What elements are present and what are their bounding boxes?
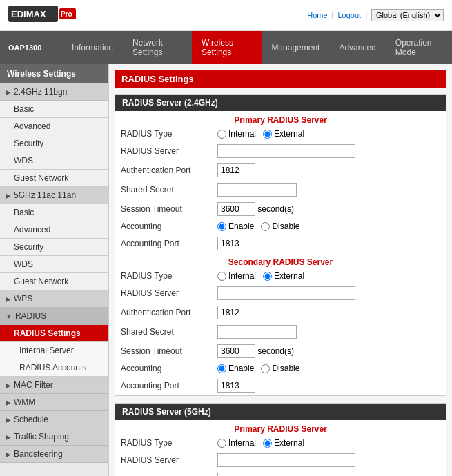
table-row: Session Timeout second(s): [115, 199, 446, 219]
sidebar-item-advanced-24[interactable]: Advanced: [0, 118, 108, 135]
radius-24ghz-section: RADIUS Server (2.4GHz) Primary RADIUS Se…: [115, 94, 446, 396]
radius-type-internal-radio[interactable]: [217, 130, 226, 139]
shared-secret-input-24s[interactable]: [217, 325, 297, 339]
sidebar-item-security-24[interactable]: Security: [0, 135, 108, 152]
home-link[interactable]: Home: [307, 11, 327, 19]
sidebar-item-radius-settings[interactable]: RADIUS Settings: [0, 325, 108, 342]
radius-type-external-s-radio[interactable]: [263, 272, 272, 281]
header-nav: Home | Logout | Global (English): [307, 9, 444, 21]
table-row: RADIUS Server: [115, 450, 446, 470]
accounting-enable-s-label[interactable]: Enable: [217, 364, 254, 373]
table-row: RADIUS Server: [115, 141, 446, 161]
auth-port-input-24p[interactable]: [217, 163, 255, 177]
accounting-enable-label[interactable]: Enable: [217, 221, 254, 231]
sidebar-group-traffic-shaping[interactable]: ▶ Traffic Shaping: [0, 428, 108, 446]
sidebar-item-wds-5[interactable]: WDS: [0, 256, 108, 273]
accounting-disable-radio[interactable]: [261, 222, 270, 231]
table-row: Shared Secret: [115, 322, 446, 341]
sidebar-item-basic-24[interactable]: Basic: [0, 101, 108, 118]
shared-secret-input-24p[interactable]: [217, 183, 297, 197]
table-row: Accounting Enable Disable: [115, 361, 446, 376]
logout-link[interactable]: Logout: [337, 11, 361, 19]
accounting-s-label: Accounting: [115, 361, 212, 376]
accounting-port-input-24s[interactable]: [217, 379, 255, 393]
primary-radius-title-5: Primary RADIUS Server: [115, 420, 446, 435]
session-timeout-suffix: second(s): [257, 204, 294, 214]
sidebar-item-basic-5[interactable]: Basic: [0, 204, 108, 221]
top-navigation: OAP1300 Information Network Settings Wir…: [0, 31, 452, 64]
radius-server-label: RADIUS Server: [115, 141, 212, 161]
radius-type-external-s-label[interactable]: External: [263, 271, 304, 281]
sidebar-group-bandsteering[interactable]: ▶ Bandsteering: [0, 446, 108, 463]
sidebar-item-internal-server[interactable]: Internal Server: [0, 342, 108, 359]
radius-type-internal-s-label[interactable]: Internal: [217, 271, 256, 281]
radius-type-internal-5-radio[interactable]: [217, 439, 226, 448]
sidebar-group-24ghz[interactable]: ▶ 2.4GHz 11bgn: [0, 83, 108, 101]
auth-port-input-24s[interactable]: [217, 306, 255, 319]
accounting-port-label: Accounting Port: [115, 234, 212, 253]
nav-advanced[interactable]: Advanced: [329, 36, 385, 59]
accounting-disable-label[interactable]: Disable: [261, 221, 299, 231]
radius-type-internal-5-label[interactable]: Internal: [217, 438, 256, 448]
table-row: Shared Secret: [115, 180, 446, 199]
radius-type-external-5-label[interactable]: External: [263, 438, 304, 448]
session-timeout-input-24s[interactable]: [217, 344, 255, 358]
sidebar-group-wps[interactable]: ▶ WPS: [0, 290, 108, 308]
radius-type-internal-label[interactable]: Internal: [217, 129, 256, 139]
shared-secret-s-label: Shared Secret: [115, 322, 212, 341]
table-row: RADIUS Type Internal External: [115, 435, 446, 450]
accounting-disable-s-label[interactable]: Disable: [261, 364, 299, 373]
radius-type-5-label: RADIUS Type: [115, 435, 212, 450]
sidebar-group-schedule[interactable]: ▶ Schedule: [0, 411, 108, 428]
sidebar-item-wds-24[interactable]: WDS: [0, 152, 108, 170]
radius-type-external-5-radio[interactable]: [263, 439, 272, 448]
sidebar-group-mac-filter[interactable]: ▶ MAC Filter: [0, 377, 108, 394]
radius-5ghz-section: RADIUS Server (5GHz) Primary RADIUS Serv…: [115, 403, 446, 476]
auth-port-5-label: Authentication Port: [115, 470, 212, 476]
sidebar-item-guest-24[interactable]: Guest Network: [0, 170, 108, 187]
radius-type-internal-s-radio[interactable]: [217, 272, 226, 281]
nav-network-settings[interactable]: Network Settings: [123, 31, 192, 64]
language-select[interactable]: Global (English): [371, 9, 444, 21]
device-id: OAP1300: [0, 43, 62, 52]
auth-port-s-label: Authentication Port: [115, 303, 212, 322]
primary-radius-table-24: RADIUS Type Internal External RADIUS Ser…: [115, 126, 446, 253]
sidebar-group-wmm[interactable]: ▶ WMM: [0, 394, 108, 411]
logo: EDIMAX Pro: [8, 6, 77, 25]
accounting-enable-radio[interactable]: [217, 222, 226, 231]
session-timeout-s-suffix: second(s): [257, 346, 294, 356]
session-timeout-s-label: Session Timeout: [115, 341, 212, 361]
radius-type-external-label[interactable]: External: [263, 129, 304, 139]
nav-wireless-settings[interactable]: Wireless Settings: [192, 31, 262, 64]
table-row: Authentication Port: [115, 161, 446, 180]
table-row: Session Timeout second(s): [115, 341, 446, 361]
table-row: Accounting Enable Disable: [115, 219, 446, 234]
nav-operation-mode[interactable]: Operation Mode: [386, 31, 452, 64]
table-row: RADIUS Server: [115, 284, 446, 303]
accounting-port-input-24p[interactable]: [217, 237, 255, 250]
radius-type-external-radio[interactable]: [263, 130, 272, 139]
radius-server-input-24s[interactable]: [217, 286, 355, 300]
auth-port-input-5p[interactable]: [217, 473, 255, 476]
nav-information[interactable]: Information: [62, 36, 123, 59]
svg-text:Pro: Pro: [61, 10, 72, 18]
accounting-disable-s-radio[interactable]: [261, 364, 270, 373]
sidebar-item-guest-5[interactable]: Guest Network: [0, 273, 108, 290]
session-timeout-input-24p[interactable]: [217, 202, 255, 216]
radius-24ghz-header: RADIUS Server (2.4GHz): [115, 95, 446, 111]
sidebar-item-radius-accounts[interactable]: RADIUS Accounts: [0, 359, 108, 377]
table-row: Accounting Port: [115, 376, 446, 395]
sidebar-group-5ghz[interactable]: ▶ 5GHz 11ac 11an: [0, 187, 108, 204]
accounting-port-s-label: Accounting Port: [115, 376, 212, 395]
table-row: Accounting Port: [115, 234, 446, 253]
table-row: RADIUS Type Internal External: [115, 126, 446, 141]
sidebar-group-radius[interactable]: ▼ RADIUS: [0, 308, 108, 325]
radius-type-label: RADIUS Type: [115, 126, 212, 141]
radius-type-label-s: RADIUS Type: [115, 268, 212, 284]
sidebar-item-security-5[interactable]: Security: [0, 239, 108, 256]
radius-server-input-24p[interactable]: [217, 144, 355, 158]
accounting-enable-s-radio[interactable]: [217, 364, 226, 373]
sidebar-item-advanced-5[interactable]: Advanced: [0, 221, 108, 239]
radius-server-input-5p[interactable]: [217, 453, 355, 467]
nav-management[interactable]: Management: [262, 36, 329, 59]
